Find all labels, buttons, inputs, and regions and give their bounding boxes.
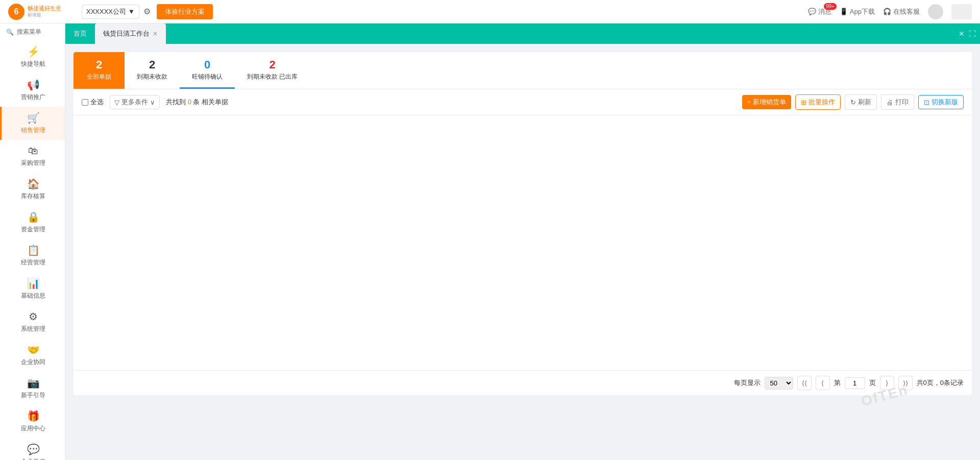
tab-expand-button[interactable]: ⛶	[969, 30, 976, 38]
stats-overdue-label: 到期未收款	[137, 72, 167, 81]
company-name: XXXXXX公司	[86, 7, 126, 16]
found-count: 0	[188, 98, 191, 106]
inventory-icon: 🏠	[27, 178, 40, 190]
user-extra[interactable]	[951, 4, 972, 19]
marketing-label: 营销推广	[21, 93, 45, 102]
system-icon: ⚙	[29, 310, 38, 323]
stats-tab-out[interactable]: 2 到期未收款 已出库	[235, 52, 310, 89]
online-service-button[interactable]: 🎧 在线客服	[883, 7, 920, 16]
sidebar-item-operations[interactable]: 📋 经营管理	[0, 239, 65, 272]
sidebar-item-marketing[interactable]: 📢 营销推广	[0, 74, 65, 107]
per-page-label: 每页显示	[734, 378, 761, 388]
found-text: 共找到 0 条 相关单据	[166, 98, 228, 107]
refresh-button[interactable]: ↻ 刷新	[845, 94, 877, 110]
batch-operation-button[interactable]: ⊞ 批量操作	[795, 94, 841, 110]
logo-area: 6 畅捷通好生意 标准版	[8, 4, 74, 20]
purchase-icon: 🛍	[28, 145, 38, 157]
page-next-button[interactable]: ⟩	[880, 376, 894, 390]
sidebar-item-enterprise[interactable]: 🤝 企业协同	[0, 338, 65, 372]
stats-tabs: 2 全部单据 2 到期未收款 0 旺铺待确认 2 到期未收款 已出库	[74, 52, 972, 89]
sidebar-item-system[interactable]: ⚙ 系统管理	[0, 305, 65, 338]
switch-version-button[interactable]: ⊡ 切换新版	[918, 95, 964, 109]
enterprise-icon: 🤝	[27, 344, 40, 356]
app-logo-icon: 6	[8, 4, 24, 20]
add-sales-order-button[interactable]: + 新增销货单	[742, 95, 791, 109]
page-first-button[interactable]: ⟨⟨	[797, 376, 812, 390]
company-selector[interactable]: XXXXXX公司 ▼	[82, 5, 139, 19]
app-download-label: App下载	[850, 7, 875, 16]
stats-all-count: 2	[96, 58, 102, 71]
sidebar-item-inventory[interactable]: 🏠 库存核算	[0, 173, 65, 206]
filter-button[interactable]: ▽ 更多条件 ∨	[110, 95, 160, 109]
sidebar-item-finance[interactable]: 🔒 资金管理	[0, 206, 65, 239]
app-download-button[interactable]: 📱 App下载	[840, 7, 875, 16]
pagination-bar: 每页显示 50 100 200 ⟨⟨ ⟨ 第 页 ⟩ ⟩⟩ 共0页，0条记录	[74, 371, 972, 395]
select-all-input[interactable]	[82, 99, 88, 106]
stats-tab-all[interactable]: 2 全部单据	[74, 52, 125, 89]
sidebar-item-basic-info[interactable]: 📊 基础信息	[0, 272, 65, 305]
messages-button[interactable]: 💬 消息 99+	[808, 7, 831, 16]
filter-chevron-icon: ∨	[150, 99, 155, 106]
sidebar-item-purchase[interactable]: 🛍 采购管理	[0, 140, 65, 173]
finance-icon: 🔒	[27, 211, 40, 223]
per-page-select[interactable]: 50 100 200	[765, 377, 793, 390]
refresh-label: 刷新	[858, 98, 871, 107]
finance-label: 资金管理	[21, 225, 45, 234]
search-menu-label: 搜索菜单	[17, 28, 41, 36]
quick-nav-label: 快捷导航	[21, 60, 45, 68]
experience-button[interactable]: 体验行业方案	[157, 4, 213, 19]
weixin-icon: 💬	[27, 443, 40, 455]
nav-tab-home[interactable]: 首页	[65, 23, 95, 44]
nav-tabs: 首页 钱货日清工作台 ✕ ✕ ⛶	[65, 23, 980, 44]
user-avatar[interactable]	[928, 4, 943, 19]
page-last-button[interactable]: ⟩⟩	[898, 376, 913, 390]
stats-out-label: 到期未收款 已出库	[247, 72, 298, 81]
switch-label: 切换新版	[932, 98, 958, 107]
sidebar: 🔍 搜索菜单 ⚡ 快捷导航 📢 营销推广 🛒 销售管理 🛍 采购管理 🏠 库存核…	[0, 23, 65, 460]
guide-icon: 📷	[27, 377, 40, 389]
stats-tab-pending[interactable]: 0 旺铺待确认	[180, 52, 235, 89]
tab-minimize-button[interactable]: ✕	[959, 30, 965, 38]
app-name: 畅捷通好生意	[28, 5, 61, 12]
refresh-icon: ↻	[850, 99, 856, 106]
nav-tab-workbench[interactable]: 钱货日清工作台 ✕	[95, 23, 166, 44]
sidebar-item-app-center[interactable]: 🎁 应用中心	[0, 405, 65, 438]
message-icon: 💬	[808, 8, 816, 15]
select-all-checkbox[interactable]: 全选	[82, 98, 104, 107]
page-number-input[interactable]	[845, 377, 865, 389]
sidebar-item-weixin[interactable]: 💬 企业微信	[0, 438, 65, 460]
search-menu-item[interactable]: 🔍 搜索菜单	[0, 23, 65, 40]
stats-pending-label: 旺铺待确认	[192, 72, 223, 81]
settings-icon[interactable]: ⚙	[143, 7, 151, 16]
batch-icon: ⊞	[801, 99, 806, 106]
app-center-icon: 🎁	[27, 410, 40, 422]
chevron-down-icon: ▼	[128, 8, 135, 15]
operations-label: 经营管理	[21, 258, 45, 267]
sidebar-item-quick-nav[interactable]: ⚡ 快捷导航	[0, 40, 65, 74]
switch-icon: ⊡	[924, 99, 929, 106]
marketing-icon: 📢	[27, 79, 40, 91]
page-prefix: 第	[834, 378, 841, 388]
nav-tab-close-icon[interactable]: ✕	[153, 30, 158, 37]
app-center-label: 应用中心	[21, 424, 45, 433]
page-suffix: 页	[869, 378, 876, 388]
batch-label: 批量操作	[808, 98, 835, 107]
app-badge: 标准版	[28, 12, 61, 18]
quick-nav-icon: ⚡	[27, 45, 40, 58]
basic-info-icon: 📊	[27, 277, 40, 289]
weixin-label: 企业微信	[21, 457, 45, 460]
enterprise-label: 企业协同	[21, 358, 45, 367]
page-prev-button[interactable]: ⟨	[816, 376, 830, 390]
search-icon: 🔍	[6, 29, 14, 36]
sidebar-item-sales[interactable]: 🛒 销售管理	[0, 107, 65, 140]
sidebar-item-guide[interactable]: 📷 新手引导	[0, 372, 65, 405]
inventory-label: 库存核算	[21, 192, 45, 201]
headset-icon: 🎧	[883, 8, 891, 15]
messages-badge: 99+	[824, 3, 837, 10]
sales-label: 销售管理	[21, 126, 45, 135]
stats-pending-count: 0	[204, 58, 210, 71]
basic-info-label: 基础信息	[21, 292, 45, 300]
toolbar: 全选 ▽ 更多条件 ∨ 共找到 0 条 相关单据 + 新增销货单 ⊞ 批量操作	[74, 89, 972, 115]
print-button[interactable]: 🖨 打印	[881, 94, 914, 110]
stats-tab-overdue[interactable]: 2 到期未收款	[125, 52, 180, 89]
